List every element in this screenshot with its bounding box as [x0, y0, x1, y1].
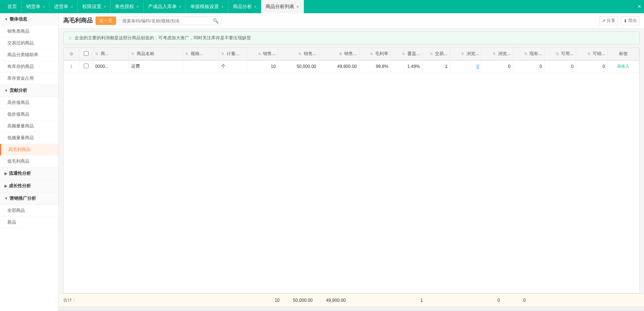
- tab-product-in-close[interactable]: ×: [179, 4, 181, 9]
- col-header-gross-rate[interactable]: ⇅ 毛利率: [359, 48, 391, 60]
- col-header-sellable[interactable]: ⇅ 可销...: [576, 48, 608, 60]
- sidebar-group-overall[interactable]: ▼ 整体信息: [0, 13, 58, 26]
- col-header-name[interactable]: ⇅ 商品名称: [129, 48, 183, 60]
- tab-analysis-close[interactable]: ×: [254, 4, 256, 9]
- cell-gross-rate: 99.8%: [359, 60, 391, 72]
- tab-home[interactable]: 首页: [3, 0, 22, 13]
- cell-check[interactable]: [79, 60, 93, 72]
- col-header-browse1[interactable]: ⇅ 浏览...: [450, 48, 481, 60]
- total-spacer-check: [120, 298, 131, 303]
- sidebar-group-overall-arrow: ▼: [4, 17, 8, 21]
- sidebar-item-analysis-assist[interactable]: 商品分类辅助率: [0, 49, 58, 61]
- total-stock2: 0: [502, 298, 528, 303]
- cell-sales-cost: 49,900.00: [319, 60, 359, 72]
- cell-name: 运费: [129, 60, 183, 72]
- total-spacer-index: [107, 298, 120, 303]
- cell-browse1[interactable]: 0: [450, 60, 481, 72]
- total-spacer-browse1: [425, 298, 451, 303]
- sidebar-group-growth[interactable]: ▶ 成长性分析: [0, 180, 58, 192]
- col-sort-code: ⇅: [95, 52, 98, 56]
- sidebar-item-in-stock-goods[interactable]: 有库存的商品: [0, 61, 58, 73]
- settings-icon[interactable]: ⚙: [69, 51, 73, 57]
- share-button[interactable]: ↗ 分享: [599, 16, 618, 25]
- tab-sales[interactable]: 销货单 ×: [22, 0, 50, 13]
- sidebar-item-low-margin[interactable]: 低毛利商品: [0, 156, 58, 167]
- col-sort-stock2: ⇅: [556, 52, 559, 56]
- table-row: 1 0000... 运费: [64, 60, 639, 72]
- total-values: 10 50,000.00 49,900.00 1 0 0: [107, 298, 640, 303]
- sidebar-group-flow-arrow: ▶: [4, 171, 7, 176]
- sidebar-item-low-freq[interactable]: 低频量量商品: [0, 132, 58, 144]
- cell-trade-cnt: 1: [422, 60, 450, 72]
- sidebar-collapse-button[interactable]: «: [58, 155, 59, 170]
- cell-sellable: 0: [576, 60, 608, 72]
- filter-period-button[interactable]: 近一月: [96, 17, 116, 25]
- col-header-sales-cost[interactable]: ⇅ 销售...: [319, 48, 359, 60]
- cell-code: 0000...: [93, 60, 129, 72]
- cell-tag: 高收入: [608, 60, 639, 72]
- col-header-stock1[interactable]: ⇅ 现有...: [513, 48, 544, 60]
- col-header-cover-rate[interactable]: ⇅ 覆盖...: [391, 48, 422, 60]
- tab-template-close[interactable]: ×: [221, 4, 223, 9]
- tab-purchase[interactable]: 进货单 ×: [50, 0, 78, 13]
- tab-role-close[interactable]: ×: [136, 4, 138, 9]
- sidebar-item-low-value[interactable]: 低价值商品: [0, 109, 58, 120]
- tab-purchase-close[interactable]: ×: [71, 4, 73, 9]
- export-button[interactable]: ⬇ 导出: [621, 16, 640, 25]
- sidebar-group-wealth[interactable]: ▼ 贡献分析: [0, 84, 58, 97]
- search-icon[interactable]: 🔍: [213, 18, 219, 23]
- tab-permission-close[interactable]: ×: [104, 4, 106, 9]
- tab-template[interactable]: 单据模板设置 ×: [186, 0, 228, 13]
- col-header-trade-cnt[interactable]: ⇅ 交易...: [422, 48, 450, 60]
- tab-analysis-list-close[interactable]: ×: [296, 4, 299, 9]
- total-sales-cost: 49,900.00: [315, 298, 348, 303]
- total-spacer-unit: [234, 298, 256, 303]
- col-sort-sales-cost: ⇅: [339, 52, 342, 56]
- tab-permission[interactable]: 权限设置 ×: [78, 0, 111, 13]
- cell-cover-rate: 1.49%: [391, 60, 422, 72]
- total-stock1: 0: [476, 298, 502, 303]
- col-sort-browse2: ⇅: [493, 52, 496, 56]
- col-header-sales-amt[interactable]: ⇅ 销售...: [278, 48, 319, 60]
- tab-analysis[interactable]: 商品分析 ×: [229, 0, 261, 13]
- header-actions: ↗ 分享 ⬇ 导出: [599, 16, 640, 25]
- cell-unit: 个: [219, 60, 247, 72]
- tab-analysis-list[interactable]: 商品分析列表 ×: [261, 0, 303, 13]
- sidebar-item-high-value[interactable]: 高价值商品: [0, 97, 58, 109]
- col-header-settings[interactable]: ⚙: [64, 48, 79, 60]
- col-header-stock2[interactable]: ⇅ 可用...: [544, 48, 576, 60]
- col-header-sales-qty[interactable]: ⇅ 销售...: [247, 48, 278, 60]
- col-sort-browse1: ⇅: [461, 52, 464, 56]
- horizontal-scrollbar[interactable]: [59, 307, 644, 311]
- sidebar-item-new-goods[interactable]: 新品: [0, 217, 58, 228]
- close-all-tabs[interactable]: ×: [638, 3, 641, 10]
- sidebar-item-high-margin[interactable]: 高毛利商品: [0, 144, 58, 156]
- total-spacer-spec: [205, 298, 234, 303]
- col-header-code[interactable]: ⇅ 商...: [93, 48, 129, 60]
- select-all-checkbox[interactable]: [84, 51, 89, 56]
- sidebar-item-stock-occupy[interactable]: 库存资金占用: [0, 73, 58, 84]
- col-header-unit[interactable]: ⇅ 计量...: [219, 48, 247, 60]
- row-checkbox[interactable]: [84, 64, 89, 68]
- search-input[interactable]: [122, 18, 213, 23]
- data-table: ⚙ ⇅ 商... ⇅ 商品名称: [64, 48, 639, 72]
- col-header-tag[interactable]: 标签: [608, 48, 639, 60]
- sidebar-group-marketing[interactable]: ▼ 营销推广分析: [0, 192, 58, 205]
- tab-sales-close[interactable]: ×: [43, 4, 45, 9]
- sidebar-item-traded-goods[interactable]: 交易过的商品: [0, 37, 58, 49]
- sidebar-group-flow[interactable]: ▶ 流通性分析: [0, 167, 58, 180]
- col-header-browse2[interactable]: ⇅ 浏览...: [481, 48, 513, 60]
- col-sort-name: ⇅: [131, 52, 134, 56]
- sidebar-item-high-freq[interactable]: 高频量量商品: [0, 120, 58, 132]
- total-spacer-browse2: [451, 298, 476, 303]
- col-sort-sellable: ⇅: [587, 52, 590, 56]
- col-sort-cover-rate: ⇅: [402, 52, 405, 56]
- total-spacer-cover: [374, 298, 399, 303]
- tab-product-in[interactable]: 产成品入库单 ×: [144, 0, 186, 13]
- tab-role[interactable]: 角色授权 ×: [111, 0, 143, 13]
- col-header-spec[interactable]: ⇅ 规格...: [183, 48, 219, 60]
- sidebar-item-sales-goods[interactable]: 销售类商品: [0, 26, 58, 37]
- info-icon: ☆: [68, 35, 72, 41]
- sidebar-item-all-goods[interactable]: 全部商品: [0, 205, 58, 217]
- col-header-check[interactable]: [79, 48, 93, 60]
